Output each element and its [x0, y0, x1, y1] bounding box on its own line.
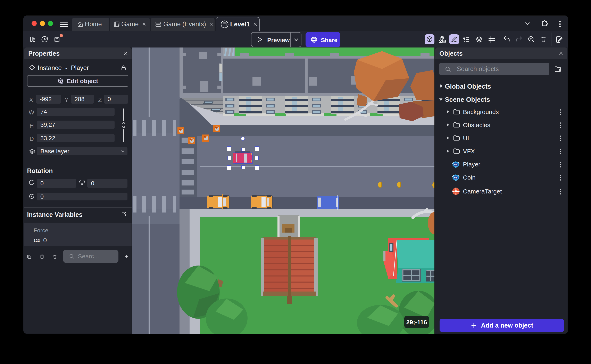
- svg-text:29;-116: 29;-116: [406, 319, 427, 325]
- svg-text:3D: 3D: [61, 82, 63, 84]
